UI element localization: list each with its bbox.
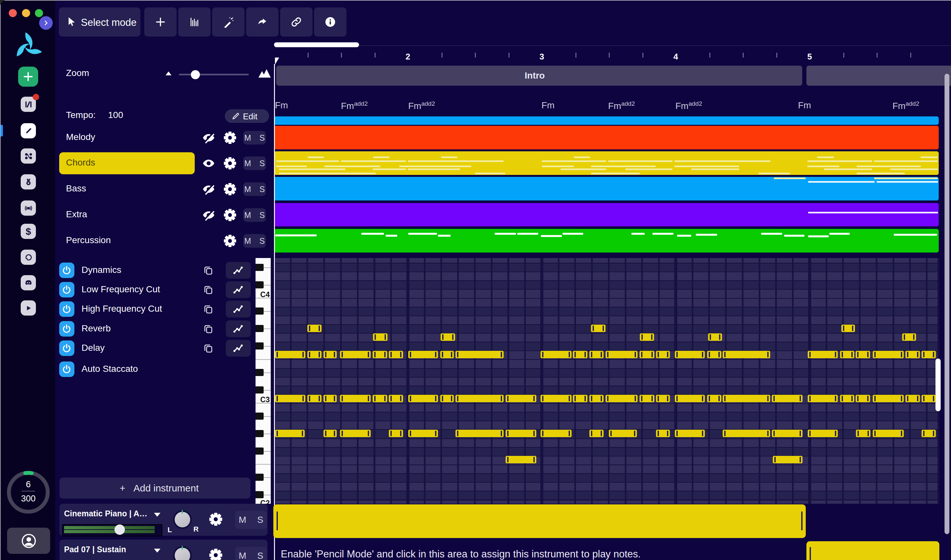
svg-text:300: 300 (21, 494, 35, 503)
svg-text:6: 6 (26, 480, 31, 489)
